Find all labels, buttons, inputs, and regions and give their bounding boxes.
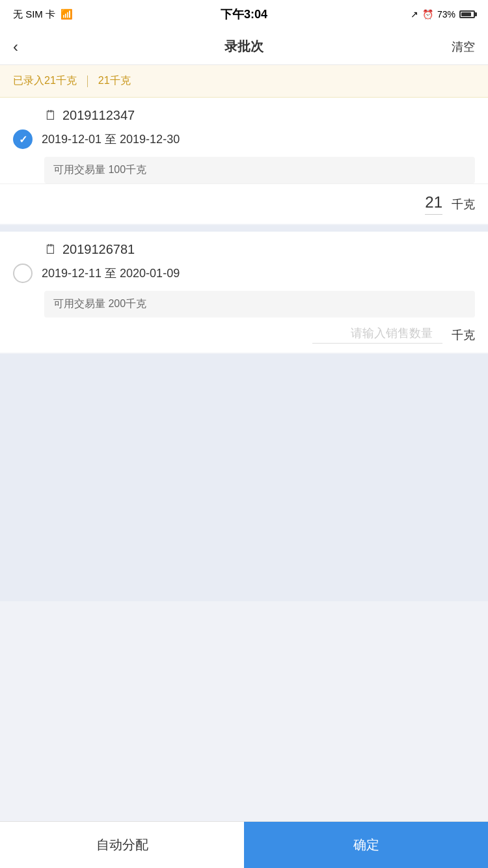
battery-icon bbox=[459, 10, 475, 18]
info-banner: 已录入21千克 21千克 bbox=[0, 65, 488, 98]
status-bar: 无 SIM 卡 📶 下午3:04 ↗ ⏰ 73% bbox=[0, 0, 488, 29]
batch2-input-row[interactable]: 千克 bbox=[0, 318, 488, 353]
carrier-label: 无 SIM 卡 bbox=[13, 8, 55, 21]
batch1-date-row[interactable]: 2019-12-01 至 2019-12-30 bbox=[13, 129, 475, 149]
batch2-available: 可用交易量 200千克 bbox=[44, 291, 475, 318]
batch2-unit: 千克 bbox=[452, 327, 475, 343]
status-bar-time: 下午3:04 bbox=[221, 7, 267, 22]
clear-button[interactable]: 清空 bbox=[452, 39, 475, 55]
status-bar-right: ↗ ⏰ 73% bbox=[411, 9, 475, 20]
batch1-icon: 🗒 bbox=[44, 108, 57, 123]
battery-percent: 73% bbox=[437, 9, 455, 20]
batch2-inner: 🗒 2019126781 2019-12-11 至 2020-01-09 可用交… bbox=[0, 232, 488, 318]
confirm-button[interactable]: 确定 bbox=[244, 822, 488, 868]
auto-distribute-button[interactable]: 自动分配 bbox=[0, 822, 244, 868]
batch2-qty-input[interactable] bbox=[312, 327, 442, 344]
status-bar-left: 无 SIM 卡 📶 bbox=[13, 8, 73, 21]
gray-area bbox=[0, 354, 488, 601]
batch1-radio[interactable] bbox=[13, 129, 33, 149]
batch1-card: 🗒 2019112347 2019-12-01 至 2019-12-30 可用交… bbox=[0, 98, 488, 224]
wifi-icon: 📶 bbox=[61, 8, 73, 20]
back-button[interactable]: ‹ bbox=[13, 38, 39, 56]
separator1 bbox=[0, 225, 488, 232]
alarm-icon: ⏰ bbox=[422, 9, 433, 20]
batch1-amount-row: 21 千克 bbox=[0, 183, 488, 224]
batch1-inner: 🗒 2019112347 2019-12-01 至 2019-12-30 可用交… bbox=[0, 98, 488, 183]
batch1-amount: 21 bbox=[425, 193, 442, 215]
recorded-label: 已录入21千克 bbox=[13, 74, 77, 88]
batch1-available: 可用交易量 100千克 bbox=[44, 157, 475, 183]
batch2-date-row[interactable]: 2019-12-11 至 2020-01-09 bbox=[13, 264, 475, 283]
location-icon: ↗ bbox=[411, 9, 418, 20]
page-title: 录批次 bbox=[224, 38, 264, 55]
batch1-id-row: 🗒 2019112347 bbox=[13, 108, 475, 123]
batch2-icon: 🗒 bbox=[44, 242, 57, 257]
batch1-date: 2019-12-01 至 2019-12-30 bbox=[42, 131, 180, 147]
total-label: 21千克 bbox=[98, 74, 131, 88]
batch1-unit: 千克 bbox=[452, 197, 475, 212]
batch2-card: 🗒 2019126781 2019-12-11 至 2020-01-09 可用交… bbox=[0, 232, 488, 353]
batch2-date: 2019-12-11 至 2020-01-09 bbox=[42, 265, 180, 281]
nav-bar: ‹ 录批次 清空 bbox=[0, 29, 488, 65]
info-divider bbox=[87, 75, 88, 87]
batch2-id: 2019126781 bbox=[62, 242, 135, 257]
batch2-radio[interactable] bbox=[13, 264, 33, 283]
batch1-id: 2019112347 bbox=[62, 108, 135, 123]
batch2-id-row: 🗒 2019126781 bbox=[13, 242, 475, 257]
bottom-bar: 自动分配 确定 bbox=[0, 821, 488, 868]
